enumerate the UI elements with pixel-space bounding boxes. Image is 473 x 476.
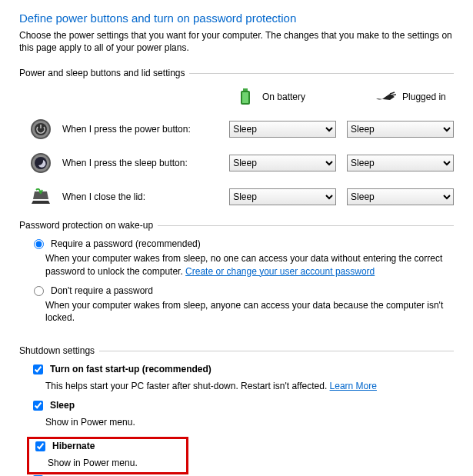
lid-battery-select[interactable]: Sleep (229, 188, 336, 205)
require-password-desc: When your computer wakes from sleep, no … (19, 252, 454, 277)
sleep-battery-select[interactable]: Sleep (229, 155, 336, 171)
lid-plugged-select[interactable]: Sleep (347, 188, 454, 205)
svg-line-4 (391, 95, 396, 95)
checkbox-sleep[interactable] (33, 401, 43, 411)
section-password-label: Password protection on wake-up (19, 220, 153, 231)
fast-startup-desc: This helps start your PC faster after sh… (19, 380, 454, 392)
link-change-password[interactable]: Create or change your user account passw… (185, 266, 375, 277)
power-battery-select[interactable]: Sleep (229, 121, 336, 138)
radio-require-label: Require a password (recommended) (51, 238, 201, 249)
sleep-label: Sleep (50, 400, 75, 411)
row-power-button: When I press the power button: Sleep Sle… (19, 118, 454, 140)
sleep-button-icon (30, 152, 52, 174)
svg-line-3 (390, 92, 395, 94)
mode-header: On battery Plugged in (19, 86, 454, 108)
link-learn-more[interactable]: Learn More (330, 381, 377, 391)
fast-startup-desc-text: This helps start your PC faster after sh… (45, 381, 330, 391)
section-shutdown-header: Shutdown settings (19, 345, 454, 356)
hibernate-desc: Show in Power menu. (29, 457, 183, 469)
lid-icon (30, 186, 52, 208)
row-sleep-button: When I press the sleep button: Sleep Sle… (19, 152, 454, 174)
row-power-label: When I press the power button: (62, 124, 191, 135)
radio-no-password-label: Don't require a password (51, 285, 153, 296)
section-shutdown-label: Shutdown settings (19, 345, 95, 356)
radio-require-password[interactable] (34, 239, 44, 249)
battery-icon (235, 86, 256, 108)
plug-icon (375, 86, 396, 108)
radio-no-password[interactable] (34, 286, 44, 296)
sleep-desc: Show in Power menu. (19, 416, 454, 428)
divider (158, 225, 454, 226)
power-plugged-select[interactable]: Sleep (347, 121, 454, 138)
fast-startup-label: Turn on fast start-up (recommended) (50, 364, 212, 374)
mode-plugged-label: Plugged in (402, 92, 446, 102)
checkbox-hibernate[interactable] (35, 441, 45, 451)
svg-rect-2 (242, 92, 248, 103)
highlight-box: Hibernate Show in Power menu. (27, 437, 188, 474)
checkbox-fast-startup[interactable] (33, 364, 43, 374)
divider (189, 73, 454, 74)
section-password-header: Password protection on wake-up (19, 220, 454, 231)
hibernate-label: Hibernate (52, 441, 95, 451)
no-password-desc: When your computer wakes from sleep, any… (19, 299, 454, 324)
svg-rect-0 (243, 88, 248, 91)
page-title: Define power buttons and turn on passwor… (19, 12, 454, 25)
mode-battery-label: On battery (262, 92, 305, 102)
page-description: Choose the power settings that you want … (19, 29, 454, 54)
row-sleep-label: When I press the sleep button: (62, 158, 188, 168)
section-buttons-header: Power and sleep buttons and lid settings (19, 68, 454, 78)
sleep-plugged-select[interactable]: Sleep (347, 155, 454, 171)
row-lid-label: When I close the lid: (62, 191, 145, 202)
row-close-lid: When I close the lid: Sleep Sleep (19, 186, 454, 208)
section-buttons-label: Power and sleep buttons and lid settings (19, 68, 185, 78)
power-button-icon (30, 118, 52, 140)
divider (99, 351, 454, 351)
